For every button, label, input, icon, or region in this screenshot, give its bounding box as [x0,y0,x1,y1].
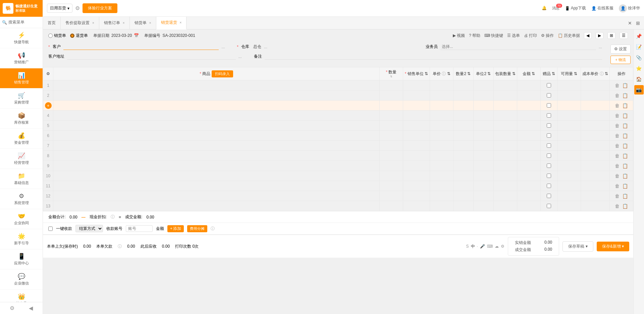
nav-next[interactable]: ▶ [596,32,603,39]
gift-checkbox[interactable] [547,184,551,188]
one-click-payment-checkbox[interactable] [48,227,53,231]
action-help[interactable]: ? 帮助 [469,33,480,39]
ime-settings[interactable]: ⚙ [501,244,504,249]
row-qty[interactable] [379,80,403,90]
delete-btn[interactable]: 🗑 [614,112,620,119]
sidebar-item-enterprise[interactable]: 🤝 企业协同 [0,209,43,229]
delete-btn[interactable]: 🗑 [614,203,620,209]
copy-btn[interactable]: 📋 [622,183,629,189]
sidebar-item-sales[interactable]: 📊 销售管理 [0,68,43,88]
customer-service[interactable]: 👤 在线客服 [591,5,613,11]
tab-menu[interactable]: ⊞ [635,20,641,26]
row-cost[interactable] [581,101,610,111]
row-available[interactable] [557,90,581,101]
action-print[interactable]: 🖨 打印 [524,33,537,39]
tab-sales-invoice-close[interactable]: × [149,21,151,25]
user-info[interactable]: 👤 徐泽华 [619,4,640,12]
gift-checkbox[interactable] [547,194,551,198]
th-gift[interactable]: 赠品 ⇅ [541,67,557,80]
delete-btn[interactable]: 🗑 [614,82,620,89]
row-qty2[interactable] [453,80,473,90]
tab-sales-return[interactable]: 销货退货 × [156,17,187,29]
delete-btn[interactable]: 🗑 [614,193,620,199]
sidebar-item-apps[interactable]: 📱 应用中心 [0,249,43,269]
account-input[interactable] [126,225,153,232]
ime-icon[interactable]: S [466,244,469,249]
copy-btn[interactable]: 📋 [622,152,629,159]
customer-input[interactable] [63,44,219,50]
gift-checkbox[interactable] [547,103,551,108]
row-unit[interactable] [403,101,430,111]
row-pack[interactable] [493,101,517,111]
row-amount[interactable] [517,101,541,111]
copy-btn[interactable]: 📋 [622,163,629,169]
notification-bell[interactable]: 🔔 70 消息 [542,6,559,11]
nav-prev[interactable]: ◀ [584,32,592,39]
copy-btn[interactable]: 📋 [622,203,629,209]
calendar-icon[interactable]: 📅 [134,33,139,38]
sidebar-item-shortcut[interactable]: ⚡ 快捷导航 [0,28,43,48]
copy-btn[interactable]: 📋 [622,102,629,109]
gift-checkbox[interactable] [547,123,551,128]
row-price[interactable] [430,80,453,90]
th-settings[interactable]: ⚙ [43,67,53,80]
row-pack[interactable] [493,90,517,101]
ime-zh[interactable]: 中 [471,244,475,249]
th-available[interactable]: 可用量 ⇅ [557,67,581,80]
row-cost[interactable] [581,90,610,101]
settings-btn[interactable]: ⚙ 设置 [610,45,631,54]
scan-btn[interactable]: 扫码录入 [212,70,233,77]
ime-kb[interactable]: ⌨ [487,244,493,249]
row-qty2[interactable] [453,90,473,101]
row-unit[interactable] [403,80,430,90]
settings-icon[interactable]: ⚙ [10,305,14,311]
copy-btn[interactable]: 📋 [622,122,629,129]
copy-btn[interactable]: 📋 [622,193,629,199]
sidebar-item-newbie[interactable]: 🌟 新手引导 [0,229,43,249]
sidebar-item-purchase[interactable]: 🛒 采购管理 [0,88,43,109]
collapse-icon[interactable]: ◀ [29,305,33,311]
delete-btn[interactable]: 🗑 [614,122,620,129]
industry-select[interactable]: 日用百货 ▾ [47,4,72,13]
gift-checkbox[interactable] [547,204,551,208]
sidebar-item-wechat[interactable]: 💬 企业微信 [0,269,43,290]
radio-return[interactable]: 退货单 [70,33,88,39]
delete-btn[interactable]: 🗑 [614,163,620,169]
gift-checkbox[interactable] [547,174,551,178]
row-available[interactable] [557,80,581,90]
delete-btn[interactable]: 🗑 [614,173,620,179]
gift-checkbox[interactable] [547,93,551,98]
experience-btn[interactable]: 体验行业方案 [83,3,117,13]
sidebar-item-inventory[interactable]: 📦 库存核算 [0,109,43,129]
tab-price-settings[interactable]: 售价提取设置 × [61,17,99,29]
rs-star-icon[interactable]: ⭐ [634,64,644,73]
save-new-btn[interactable]: 保存&新增 ▾ [597,242,629,251]
th-qty2[interactable]: 数量2 ⇅ [453,67,473,80]
tab-price-close[interactable]: × [92,21,94,25]
add-row-btn[interactable]: + [45,102,52,109]
row-unit2[interactable] [473,80,493,90]
gift-checkbox[interactable] [547,143,551,148]
calc-method-select[interactable]: 结算方式 [75,225,103,232]
rs-home-icon[interactable]: 🏠 [634,74,644,84]
date-value[interactable]: 2023-03-20 [111,33,132,38]
th-amount[interactable]: 金额 ⇅ [517,67,541,80]
th-price[interactable]: 单价 ⓘ ⇅ [430,67,453,80]
row-gift[interactable] [541,101,557,111]
gift-checkbox[interactable] [547,133,551,138]
table-wrapper[interactable]: ⚙ * 商品 扫码录入 * 数量 ⇅ [43,67,633,211]
th-qty[interactable]: * 数量 ⇅ [379,67,403,80]
delete-btn[interactable]: 🗑 [614,102,620,109]
ime-pin[interactable]: · [477,244,478,249]
action-shortcut[interactable]: ⌨ 快捷键 [484,33,503,39]
row-unit[interactable] [403,90,430,101]
gift-checkbox[interactable] [547,153,551,158]
copy-btn[interactable]: 📋 [622,92,629,99]
tab-home[interactable]: 首页 [43,17,61,29]
product-text-input[interactable] [55,103,378,108]
radio-sales[interactable]: 销货单 [48,33,66,39]
action-operate[interactable]: ⚙ 操作 [541,33,554,39]
th-cost[interactable]: 成本单价 ⓘ ⇅ [581,67,610,80]
gift-checkbox[interactable] [547,113,551,118]
tab-sales-invoice[interactable]: 销货单 × [130,17,156,29]
